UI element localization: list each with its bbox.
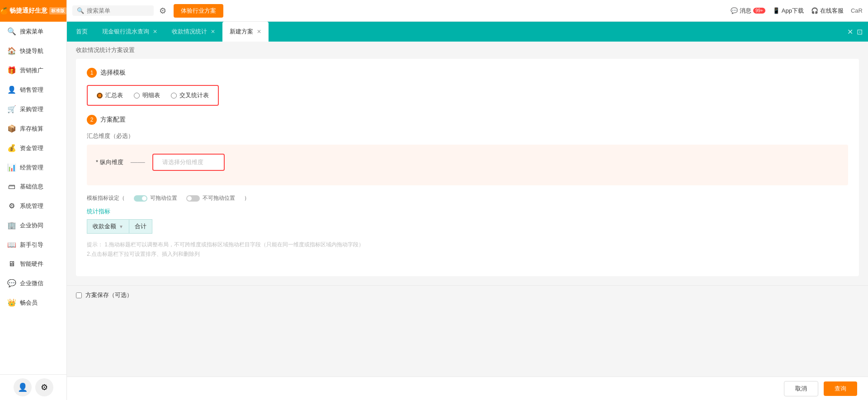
enterprise-icon: 🏢 <box>7 221 16 230</box>
main-area: 🔍 ⚙ 体验行业方案 💬 消息 99+ 📱 App下载 🎧 在线客服 CaR 首… <box>67 0 868 400</box>
tab-stats-close[interactable]: ✕ <box>211 28 215 35</box>
sidebar-item-system[interactable]: ⚙ 系统管理 <box>0 196 66 216</box>
tab-stats[interactable]: 收款情况统计 ✕ <box>165 22 222 42</box>
tabbar: 首页 现金银行流水查询 ✕ 收款情况统计 ✕ 新建方案 ✕ ✕ ⊡ <box>67 22 868 42</box>
cancel-button[interactable]: 取消 <box>784 381 818 396</box>
trial-btn[interactable]: 体验行业方案 <box>174 4 223 18</box>
save-checkbox[interactable] <box>76 292 82 298</box>
radio-summary[interactable]: 汇总表 <box>97 91 123 99</box>
radio-detail[interactable]: 明细表 <box>134 91 160 99</box>
app-download-icon: 📱 <box>773 7 780 14</box>
sidebar-item-member[interactable]: 👑 畅会员 <box>0 293 66 312</box>
sidebar-item-marketing[interactable]: 🎁 营销推广 <box>0 61 66 80</box>
sidebar-item-finance[interactable]: 💰 资金管理 <box>0 138 66 158</box>
headset-icon: 🎧 <box>811 7 818 14</box>
legend-label-prefix: 模板指标设定（ <box>87 194 125 202</box>
tab-new-plan-label: 新建方案 <box>230 28 253 36</box>
sidebar-item-label: 销售管理 <box>20 86 43 94</box>
newbie-icon: 📖 <box>7 240 16 249</box>
step2-title: 方案配置 <box>100 116 126 124</box>
sidebar-avatar[interactable]: 👤 <box>14 378 32 396</box>
notification-item[interactable]: 💬 消息 99+ <box>731 7 765 15</box>
tab-stats-label: 收款情况统计 <box>172 28 207 36</box>
tab-new-plan[interactable]: 新建方案 ✕ <box>222 22 269 42</box>
radio-detail-label: 明细表 <box>142 91 160 99</box>
main-card: 1 选择模板 汇总表 明细表 交叉统计表 <box>76 59 859 276</box>
sidebar-item-label: 企业协同 <box>20 221 43 230</box>
sidebar-item-label: 库存核算 <box>20 125 43 133</box>
logo-text: 畅捷通好生意 <box>9 7 47 15</box>
tab-new-plan-close[interactable]: ✕ <box>257 28 261 35</box>
username-label: CaR <box>851 7 863 14</box>
radio-cross[interactable]: 交叉统计表 <box>171 91 209 99</box>
system-icon: ⚙ <box>7 202 16 210</box>
tab-home[interactable]: 首页 <box>69 22 95 42</box>
legend-draggable: 可拖动位置 <box>134 194 177 202</box>
sidebar-item-quick-nav[interactable]: 🏠 快捷导航 <box>0 41 66 61</box>
sidebar-settings-btn[interactable]: ⚙ <box>35 378 53 396</box>
sidebar-item-label: 畅会员 <box>20 299 38 307</box>
topbar-search-icon: 🔍 <box>77 7 84 14</box>
notification-icon: 💬 <box>731 7 738 14</box>
sidebar-item-inventory[interactable]: 📦 库存核算 <box>0 119 66 138</box>
legend-label-suffix: ） <box>244 194 250 202</box>
radio-summary-label: 汇总表 <box>105 91 123 99</box>
radio-cross-label: 交叉统计表 <box>179 91 209 99</box>
topbar-search-input[interactable] <box>87 7 141 14</box>
hint-section: 提示： 1.拖动标题栏可以调整布局，不可跨维度或指标区域拖动栏目字段（只能在同一… <box>87 234 848 258</box>
radio-detail-input[interactable] <box>134 93 140 99</box>
tab-bank[interactable]: 现金银行流水查询 ✕ <box>95 22 165 42</box>
radio-cross-input[interactable] <box>171 93 177 99</box>
metrics-legend: 模板指标设定（ 可拖动位置 不可拖动位置 ） <box>87 194 848 202</box>
sidebar-logo: 🍊 畅捷通好生意 标准版 <box>0 0 66 22</box>
step2-header: 2 方案配置 <box>87 115 848 125</box>
tab-bank-close[interactable]: ✕ <box>153 28 157 35</box>
search-icon: 🔍 <box>7 27 16 36</box>
marketing-icon: 🎁 <box>7 66 16 75</box>
arrow-icon: —— <box>131 158 145 166</box>
topbar-gear-icon[interactable]: ⚙ <box>159 6 166 16</box>
online-service-item[interactable]: 🎧 在线客服 <box>811 7 844 15</box>
fixed-label: 不可拖动位置 <box>203 194 235 202</box>
query-button[interactable]: 查询 <box>824 381 857 396</box>
operations-icon: 📊 <box>7 163 16 172</box>
metrics-subtag-label: 合计 <box>135 223 146 230</box>
sidebar-item-sales[interactable]: 👤 销售管理 <box>0 80 66 99</box>
sidebar-item-label: 智能硬件 <box>20 260 43 268</box>
template-selection-box: 汇总表 明细表 交叉统计表 <box>87 85 219 106</box>
dimension-section-label: 汇总维度（必选） <box>87 132 848 140</box>
sidebar-item-purchase[interactable]: 🛒 采购管理 <box>0 99 66 119</box>
tabbar-maximize-icon[interactable]: ⊡ <box>857 28 863 36</box>
vertical-dim-label: * 纵向维度 <box>96 158 123 166</box>
sidebar-item-label: 新手引导 <box>20 241 43 249</box>
sidebar-item-enterprise[interactable]: 🏢 企业协同 <box>0 216 66 235</box>
dropdown-icon[interactable]: ▼ <box>119 224 123 229</box>
dimension-select[interactable]: 请选择分组维度 <box>152 154 225 171</box>
sidebar-item-base-info[interactable]: 🗃 基础信息 <box>0 177 66 196</box>
draggable-toggle <box>134 195 147 202</box>
inventory-icon: 📦 <box>7 124 16 133</box>
sidebar-item-label: 采购管理 <box>20 105 43 113</box>
sidebar-item-smart-hardware[interactable]: 🖥 智能硬件 <box>0 254 66 273</box>
topbar: 🔍 ⚙ 体验行业方案 💬 消息 99+ 📱 App下载 🎧 在线客服 CaR <box>67 0 868 22</box>
tabbar-close-icon[interactable]: ✕ <box>847 28 853 36</box>
metrics-subtag: 合计 <box>129 219 152 234</box>
hint-line1: 提示： 1.拖动标题栏可以调整布局，不可跨维度或指标区域拖动栏目字段（只能在同一… <box>87 241 848 249</box>
app-download-item[interactable]: 📱 App下载 <box>773 7 804 15</box>
sidebar-item-label: 企业微信 <box>20 279 43 287</box>
sidebar-item-wechat[interactable]: 💬 企业微信 <box>0 273 66 293</box>
sidebar-item-search[interactable]: 🔍 搜索菜单 <box>0 22 66 41</box>
radio-summary-input[interactable] <box>97 93 103 99</box>
metrics-title: 统计指标 <box>87 207 848 216</box>
topbar-search-box[interactable]: 🔍 <box>72 5 154 16</box>
step2-num: 2 <box>87 115 97 125</box>
metrics-tag-label: 收款金额 <box>93 222 116 231</box>
metrics-tag-row: 收款金额 ▼ 合计 <box>87 219 848 234</box>
tabbar-right: ✕ ⊡ <box>847 28 866 36</box>
notification-badge: 99+ <box>753 8 765 14</box>
sidebar-item-newbie[interactable]: 📖 新手引导 <box>0 235 66 254</box>
sidebar-item-operations[interactable]: 📊 经营管理 <box>0 158 66 177</box>
metrics-tag-amount[interactable]: 收款金额 ▼ <box>87 219 129 234</box>
dimension-select-placeholder: 请选择分组维度 <box>162 158 203 166</box>
step1-num: 1 <box>87 68 97 78</box>
